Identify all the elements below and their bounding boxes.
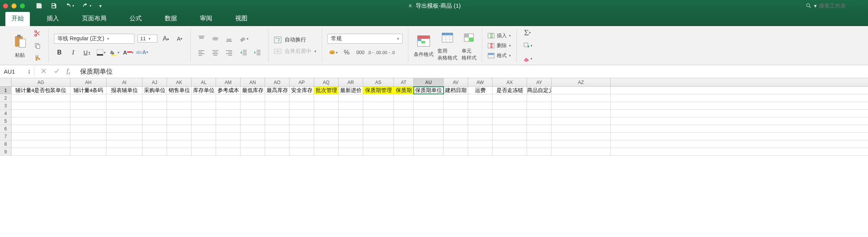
cell[interactable] xyxy=(527,94,552,102)
delete-cells-button[interactable]: 删除▾ xyxy=(488,42,511,49)
cell[interactable] xyxy=(290,94,314,102)
cell[interactable] xyxy=(444,133,468,140)
cell[interactable] xyxy=(216,140,241,148)
cell[interactable] xyxy=(241,102,265,109)
qat-undo-icon[interactable]: ▾ xyxy=(65,2,74,9)
cell[interactable] xyxy=(527,110,552,117)
cell[interactable] xyxy=(314,110,339,117)
fill-color-button[interactable]: ▾ xyxy=(109,48,120,58)
cell[interactable] xyxy=(241,117,265,125)
maximize-window-button[interactable] xyxy=(20,3,25,8)
minimize-window-button[interactable] xyxy=(11,3,16,8)
cell[interactable] xyxy=(216,148,241,155)
cell[interactable] xyxy=(527,140,552,148)
cell[interactable] xyxy=(552,117,611,125)
column-header[interactable]: AT xyxy=(394,78,414,86)
align-left-button[interactable] xyxy=(196,48,207,58)
autosum-button[interactable]: Σ▾ xyxy=(522,28,533,38)
cell[interactable] xyxy=(552,148,611,155)
cell[interactable] xyxy=(290,110,314,117)
cell[interactable] xyxy=(444,102,468,109)
cell[interactable] xyxy=(11,102,70,109)
cell[interactable] xyxy=(527,117,552,125)
close-window-button[interactable] xyxy=(3,3,8,8)
column-header[interactable]: AV xyxy=(444,78,468,86)
row-header[interactable]: 7 xyxy=(0,133,11,140)
formula-input[interactable] xyxy=(76,66,868,77)
cut-button[interactable] xyxy=(32,28,43,38)
cell[interactable] xyxy=(444,140,468,148)
cell[interactable] xyxy=(290,140,314,148)
cell[interactable] xyxy=(444,148,468,155)
cell[interactable] xyxy=(11,125,70,132)
cell[interactable] xyxy=(192,125,216,132)
cell[interactable] xyxy=(363,102,394,109)
column-header[interactable]: AG xyxy=(11,78,70,86)
cell[interactable] xyxy=(493,125,527,132)
cell[interactable] xyxy=(314,140,339,148)
cell[interactable] xyxy=(314,94,339,102)
row-header[interactable]: 3 xyxy=(0,102,11,109)
cell[interactable] xyxy=(192,94,216,102)
cell[interactable] xyxy=(216,125,241,132)
cell[interactable] xyxy=(394,117,414,125)
cell[interactable] xyxy=(314,125,339,132)
cell[interactable] xyxy=(468,140,493,148)
cell[interactable] xyxy=(468,94,493,102)
cell[interactable] xyxy=(216,117,241,125)
cell[interactable] xyxy=(414,125,444,132)
cell[interactable] xyxy=(106,102,142,109)
merge-center-button[interactable]: 合并后居中▾ xyxy=(274,48,316,55)
cell[interactable] xyxy=(167,125,192,132)
cell[interactable]: 保质期管理 xyxy=(363,87,394,94)
column-header[interactable]: AW xyxy=(468,78,493,86)
cell[interactable] xyxy=(290,117,314,125)
column-header[interactable]: AO xyxy=(265,78,290,86)
cell-style-button[interactable]: 单元 格样式 xyxy=(461,30,477,61)
cell[interactable] xyxy=(493,133,527,140)
cell[interactable] xyxy=(339,125,363,132)
cell[interactable] xyxy=(444,125,468,132)
cell[interactable] xyxy=(167,140,192,148)
cell[interactable] xyxy=(493,148,527,155)
cell[interactable] xyxy=(70,117,106,125)
cell[interactable]: 保质期 xyxy=(394,87,414,94)
cell[interactable] xyxy=(468,148,493,155)
column-header[interactable]: AY xyxy=(527,78,552,86)
cell[interactable] xyxy=(241,133,265,140)
increase-font-button[interactable]: A▴ xyxy=(160,34,171,44)
cell[interactable] xyxy=(70,125,106,132)
accounting-format-button[interactable]: ▾ xyxy=(328,48,338,58)
search-input[interactable] xyxy=(819,3,865,9)
align-right-button[interactable] xyxy=(224,48,234,58)
decrease-decimal-button[interactable]: .00→.0 xyxy=(383,48,393,58)
cell[interactable] xyxy=(363,110,394,117)
cell[interactable] xyxy=(106,117,142,125)
cell[interactable] xyxy=(444,117,468,125)
cell[interactable] xyxy=(363,148,394,155)
search-box[interactable]: ▾ xyxy=(806,3,865,9)
cell[interactable] xyxy=(414,110,444,117)
paste-button[interactable]: 粘贴 xyxy=(11,33,28,59)
conditional-format-button[interactable]: 条件格式 xyxy=(414,33,434,58)
font-size-select[interactable]: 11▾ xyxy=(138,35,157,43)
cell[interactable] xyxy=(241,140,265,148)
comma-format-button[interactable]: 000 xyxy=(355,48,366,58)
cell[interactable] xyxy=(394,102,414,109)
cell[interactable]: 辅计量4是否包装单位 xyxy=(11,87,70,94)
cell[interactable] xyxy=(11,94,70,102)
name-box[interactable]: AU1 ▴▾ xyxy=(0,67,34,76)
cell[interactable] xyxy=(414,140,444,148)
cell[interactable]: 运费 xyxy=(468,87,493,94)
cell[interactable] xyxy=(394,140,414,148)
font-name-select[interactable]: 等线 Regular (正文)▾ xyxy=(54,34,134,44)
cell[interactable] xyxy=(339,102,363,109)
cell[interactable] xyxy=(70,148,106,155)
cell[interactable] xyxy=(444,94,468,102)
column-header[interactable]: AH xyxy=(70,78,106,86)
decrease-indent-button[interactable] xyxy=(238,48,249,58)
cell[interactable] xyxy=(167,94,192,102)
cell[interactable] xyxy=(167,117,192,125)
increase-indent-button[interactable] xyxy=(252,48,263,58)
cell[interactable] xyxy=(265,94,290,102)
